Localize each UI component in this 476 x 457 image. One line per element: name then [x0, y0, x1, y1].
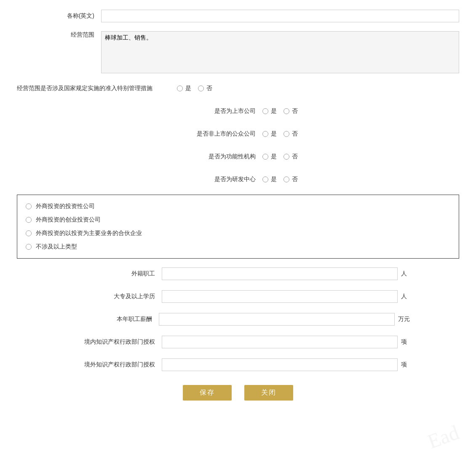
- is-rd-center-yes[interactable]: 是: [262, 176, 277, 183]
- college-degree-row: 大专及以上学历 人: [17, 289, 459, 304]
- is-rd-center-yes-radio[interactable]: [262, 176, 268, 182]
- investment-type-box: 外商投资的投资性公司 外商投资的创业投资公司 外商投资的以投资为主要业务的合伙企…: [17, 195, 459, 259]
- is-listed-no-radio[interactable]: [283, 108, 289, 114]
- investment-type-2-label: 外商投资的创业投资公司: [36, 216, 101, 224]
- is-rd-center-no-label: 否: [292, 176, 298, 183]
- business-scope-special-no-radio[interactable]: [198, 86, 204, 91]
- business-scope-special-row: 经营范围是否涉及国家规定实施的准入特别管理措施 是 否: [17, 81, 459, 96]
- is-public-unlisted-yes[interactable]: 是: [262, 130, 277, 138]
- name-en-input[interactable]: [101, 10, 459, 22]
- investment-type-1-radio[interactable]: [26, 203, 32, 209]
- business-scope-label: 经营范围: [17, 31, 101, 39]
- is-public-unlisted-row: 是否非上市的公众公司 是 否: [17, 126, 459, 142]
- domestic-ip-input[interactable]: [162, 336, 398, 348]
- foreign-ip-unit: 项: [401, 361, 407, 369]
- is-functional-no[interactable]: 否: [283, 153, 298, 160]
- foreign-ip-row: 境外知识产权行政部门授权 项: [17, 357, 459, 372]
- is-listed-label: 是否为上市公司: [178, 107, 262, 115]
- is-public-unlisted-yes-label: 是: [271, 130, 277, 138]
- is-listed-row: 是否为上市公司 是 否: [17, 104, 459, 119]
- is-rd-center-radio-group: 是 否: [262, 176, 298, 183]
- business-scope-special-no-label: 否: [206, 85, 212, 92]
- business-scope-special-yes[interactable]: 是: [177, 85, 191, 92]
- college-degree-input[interactable]: [162, 290, 398, 303]
- foreign-employees-row: 外籍职工 人: [17, 266, 459, 281]
- is-rd-center-yes-label: 是: [271, 176, 277, 183]
- is-public-unlisted-label: 是否非上市的公众公司: [178, 130, 262, 138]
- is-public-unlisted-no[interactable]: 否: [283, 130, 298, 138]
- investment-type-4-label: 不涉及以上类型: [36, 243, 77, 251]
- foreign-employees-unit: 人: [401, 270, 407, 278]
- investment-type-3[interactable]: 外商投资的以投资为主要业务的合伙企业: [26, 230, 450, 237]
- watermark: Ead: [425, 421, 462, 453]
- is-listed-yes[interactable]: 是: [262, 107, 277, 115]
- is-public-unlisted-yes-radio[interactable]: [262, 131, 268, 137]
- is-public-unlisted-no-radio[interactable]: [283, 131, 289, 137]
- name-en-label: 各称(英文): [17, 12, 101, 20]
- is-rd-center-row: 是否为研发中心 是 否: [17, 172, 459, 187]
- investment-type-1-label: 外商投资的投资性公司: [36, 203, 95, 210]
- investment-type-1[interactable]: 外商投资的投资性公司: [26, 203, 450, 210]
- button-area: 保存 关闭: [17, 385, 459, 401]
- college-degree-label: 大专及以上学历: [69, 293, 162, 300]
- domestic-ip-unit: 项: [401, 338, 407, 346]
- business-scope-special-label: 经营范围是否涉及国家规定实施的准入特别管理措施: [17, 85, 177, 92]
- business-scope-row: 经营范围 棒球加工、销售。: [17, 31, 459, 73]
- domestic-ip-row: 境内知识产权行政部门授权 项: [17, 334, 459, 350]
- is-functional-yes[interactable]: 是: [262, 153, 277, 160]
- is-listed-radio-group: 是 否: [262, 107, 298, 115]
- is-functional-label: 是否为功能性机构: [178, 153, 262, 160]
- is-rd-center-no[interactable]: 否: [283, 176, 298, 183]
- annual-salary-row: 本年职工薪酬 万元: [17, 312, 459, 327]
- is-listed-no[interactable]: 否: [283, 107, 298, 115]
- foreign-ip-input[interactable]: [162, 358, 398, 371]
- form-container: 各称(英文) 经营范围 棒球加工、销售。 经营范围是否涉及国家规定实施的准入特别…: [17, 8, 459, 401]
- is-rd-center-no-radio[interactable]: [283, 176, 289, 182]
- investment-type-2[interactable]: 外商投资的创业投资公司: [26, 216, 450, 224]
- is-functional-no-label: 否: [292, 153, 298, 160]
- investment-type-3-label: 外商投资的以投资为主要业务的合伙企业: [36, 230, 142, 237]
- is-functional-radio-group: 是 否: [262, 153, 298, 160]
- close-button[interactable]: 关闭: [244, 385, 293, 401]
- investment-type-3-radio[interactable]: [26, 230, 32, 236]
- domestic-ip-label: 境内知识产权行政部门授权: [69, 338, 162, 346]
- investment-type-2-radio[interactable]: [26, 217, 32, 223]
- business-scope-special-radio-group: 是 否: [177, 85, 212, 92]
- business-scope-special-no[interactable]: 否: [198, 85, 212, 92]
- is-public-unlisted-radio-group: 是 否: [262, 130, 298, 138]
- is-listed-yes-radio[interactable]: [262, 108, 268, 114]
- is-listed-no-label: 否: [292, 107, 298, 115]
- business-scope-special-yes-radio[interactable]: [177, 86, 183, 91]
- is-functional-no-radio[interactable]: [283, 154, 289, 160]
- is-public-unlisted-no-label: 否: [292, 130, 298, 138]
- investment-type-4[interactable]: 不涉及以上类型: [26, 243, 450, 251]
- foreign-employees-label: 外籍职工: [69, 270, 162, 278]
- business-scope-textarea[interactable]: 棒球加工、销售。: [101, 31, 459, 73]
- annual-salary-label: 本年职工薪酬: [66, 315, 159, 323]
- save-button[interactable]: 保存: [183, 385, 232, 401]
- business-scope-special-yes-label: 是: [185, 85, 191, 92]
- college-degree-unit: 人: [401, 293, 407, 300]
- foreign-ip-label: 境外知识产权行政部门授权: [69, 361, 162, 369]
- name-en-row: 各称(英文): [17, 8, 459, 24]
- foreign-employees-input[interactable]: [162, 267, 398, 280]
- annual-salary-input[interactable]: [159, 313, 395, 326]
- is-functional-yes-label: 是: [271, 153, 277, 160]
- is-rd-center-label: 是否为研发中心: [178, 176, 262, 183]
- is-functional-row: 是否为功能性机构 是 否: [17, 149, 459, 164]
- is-functional-yes-radio[interactable]: [262, 154, 268, 160]
- is-listed-yes-label: 是: [271, 107, 277, 115]
- investment-type-4-radio[interactable]: [26, 244, 32, 250]
- annual-salary-unit: 万元: [398, 315, 410, 323]
